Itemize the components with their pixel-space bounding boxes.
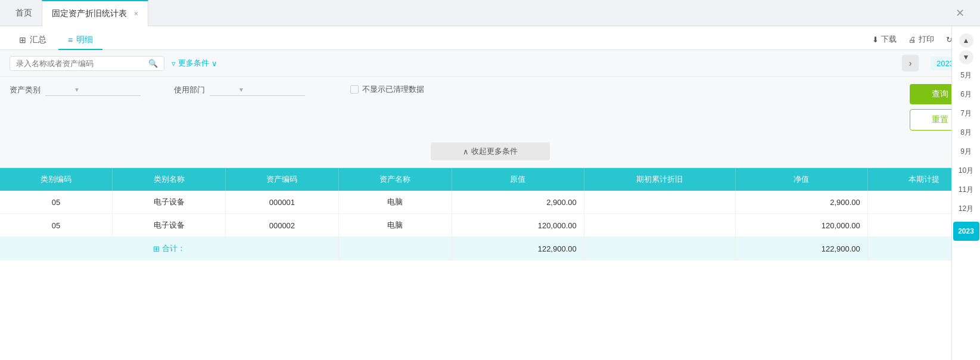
detail-icon: ≡	[68, 35, 73, 45]
download-button[interactable]: ⬇ 下载	[872, 34, 897, 45]
summary-icon: ⊞	[19, 35, 26, 45]
department-select[interactable]: ▼	[210, 84, 305, 96]
data-table: 类别编码 类别名称 资产编码 资产名称 原值 期初累计折旧 净值 本期计提 05…	[0, 168, 980, 260]
total-original-value: 122,900.00	[452, 237, 584, 260]
nav-arrow-button[interactable]: ›	[902, 55, 919, 72]
total-asset-name	[338, 237, 452, 260]
collapse-button[interactable]: ∧ 收起更多条件	[431, 142, 550, 160]
month-item[interactable]: 5月	[954, 66, 978, 85]
cell-category-name: 电子设备	[113, 214, 226, 237]
month-item[interactable]: 6月	[954, 85, 978, 104]
search-bar: 🔍 ▿ 更多条件 ∨ › 2023.01	[0, 50, 980, 77]
cell-asset-name: 电脑	[338, 214, 452, 237]
summary-label: 汇总	[30, 35, 46, 45]
total-net-value: 122,900.00	[735, 237, 867, 260]
cell-original-value: 2,900.00	[452, 191, 584, 214]
month-item[interactable]: 7月	[954, 104, 978, 123]
total-row: ⊞ 合计： 122,900.00 122,900.00	[0, 237, 980, 260]
cell-category-name: 电子设备	[113, 191, 226, 214]
right-sidebar: ▲ ▼ 5月6月7月8月9月10月11月12月 2023	[951, 26, 980, 360]
cell-asset-code: 000002	[225, 214, 338, 237]
window-close-button[interactable]: ✕	[946, 7, 974, 20]
table-wrap: 类别编码 类别名称 资产编码 资产名称 原值 期初累计折旧 净值 本期计提 05…	[0, 168, 980, 360]
department-label: 使用部门	[174, 85, 205, 95]
no-cleared-wrap: 不显示已清理数据	[350, 84, 424, 95]
asset-category-arrow-icon: ▼	[74, 86, 80, 93]
col-header-category-code: 类别编码	[0, 168, 113, 191]
collapse-label: 收起更多条件	[471, 146, 518, 157]
sidebar-up-button[interactable]: ▲	[959, 33, 973, 48]
tab-detail[interactable]: ≡ 明细	[58, 31, 102, 50]
no-cleared-checkbox[interactable]	[350, 85, 359, 94]
col-header-net-value: 净值	[735, 168, 867, 191]
tab-bar: 首页 固定资产折旧统计表 × ✕	[0, 0, 980, 26]
sidebar-down-arrow-top[interactable]: ▼	[959, 50, 973, 64]
col-header-category-name: 类别名称	[113, 168, 226, 191]
print-icon: 🖨	[909, 35, 916, 44]
table-row: 05 电子设备 000001 电脑 2,900.00 2,900.00	[0, 191, 980, 214]
col-header-accumulated: 期初累计折旧	[584, 168, 735, 191]
cell-category-code: 05	[0, 191, 113, 214]
download-label: 下载	[881, 34, 897, 45]
tab-active[interactable]: 固定资产折旧统计表 ×	[42, 0, 148, 26]
month-item[interactable]: 10月	[954, 161, 978, 180]
cell-original-value: 120,000.00	[452, 214, 584, 237]
filter-icon: ▿	[172, 59, 176, 68]
search-input-wrap: 🔍	[10, 56, 164, 71]
print-button[interactable]: 🖨 打印	[909, 34, 934, 45]
collapse-icon: ∧	[463, 147, 469, 156]
more-conditions-label: 更多条件	[178, 58, 209, 69]
cell-accumulated	[584, 214, 735, 237]
filter-panel: 资产类别 ▼ 使用部门 ▼ 不显示已清理数据 查询 重置 ∧ 收起更多条件	[0, 77, 980, 168]
sidebar-up-arrow: ▲ ▼	[959, 33, 973, 64]
department-arrow-icon: ▼	[238, 86, 244, 93]
search-icon: 🔍	[148, 59, 158, 68]
main-content: ⊞ 汇总 ≡ 明细 ⬇ 下载 🖨 打印 ↻ 刷新 🔍	[0, 26, 980, 360]
total-icon: ⊞	[153, 244, 160, 253]
cell-asset-name: 电脑	[338, 191, 452, 214]
col-header-asset-name: 资产名称	[338, 168, 452, 191]
tab-active-label: 固定资产折旧统计表	[52, 8, 127, 19]
more-conditions-button[interactable]: ▿ 更多条件 ∨	[172, 58, 217, 69]
download-icon: ⬇	[872, 35, 879, 44]
col-header-original-value: 原值	[452, 168, 584, 191]
table-row: 05 电子设备 000002 电脑 120,000.00 120,000.00	[0, 214, 980, 237]
tab-summary[interactable]: ⊞ 汇总	[10, 31, 56, 50]
sub-tab-bar: ⊞ 汇总 ≡ 明细 ⬇ 下载 🖨 打印 ↻ 刷新	[0, 26, 980, 50]
asset-category-label: 资产类别	[10, 85, 41, 95]
month-list: 5月6月7月8月9月10月11月12月	[954, 66, 978, 218]
asset-category-select[interactable]: ▼	[45, 84, 141, 96]
year-badge[interactable]: 2023	[953, 222, 979, 241]
asset-category-field: 资产类别 ▼	[10, 84, 141, 96]
cell-asset-code: 000001	[225, 191, 338, 214]
month-item[interactable]: 8月	[954, 123, 978, 142]
detail-label: 明细	[76, 35, 93, 45]
col-header-asset-code: 资产编码	[225, 168, 338, 191]
total-label-cell: ⊞ 合计：	[0, 237, 338, 260]
cell-category-code: 05	[0, 214, 113, 237]
chevron-down-icon: ∨	[211, 59, 217, 68]
no-cleared-label: 不显示已清理数据	[362, 84, 424, 95]
month-item[interactable]: 12月	[954, 199, 978, 218]
cell-net-value: 120,000.00	[735, 214, 867, 237]
month-item[interactable]: 11月	[954, 180, 978, 199]
tab-close-icon[interactable]: ×	[134, 10, 138, 18]
cell-net-value: 2,900.00	[735, 191, 867, 214]
total-accumulated	[584, 237, 735, 260]
search-input[interactable]	[16, 59, 145, 68]
month-item[interactable]: 9月	[954, 142, 978, 161]
cell-accumulated	[584, 191, 735, 214]
total-text: 合计：	[162, 243, 185, 254]
department-field: 使用部门 ▼	[174, 84, 305, 96]
table-header-row: 类别编码 类别名称 资产编码 资产名称 原值 期初累计折旧 净值 本期计提	[0, 168, 980, 191]
tab-home[interactable]: 首页	[6, 0, 42, 26]
print-label: 打印	[919, 34, 934, 45]
